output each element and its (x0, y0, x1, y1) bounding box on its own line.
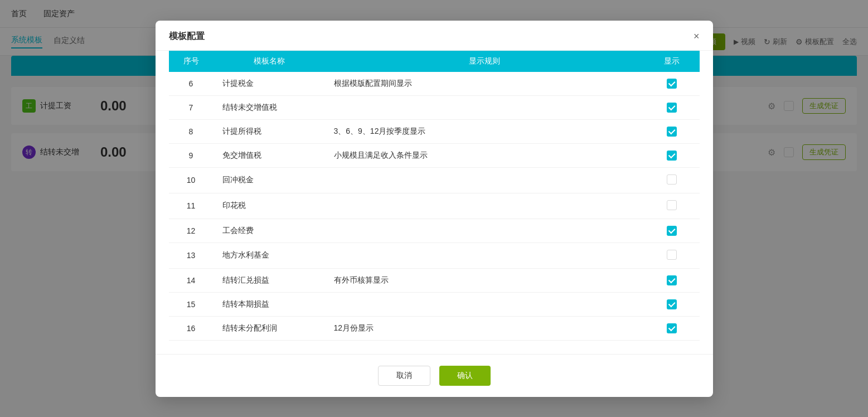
cell-index-16: 16 (169, 316, 214, 340)
modal-overlay: 模板配置 × 序号 模板名称 显示规则 显示 6计提税金根据模版配置期间显 (0, 0, 868, 417)
checkbox-8[interactable] (667, 127, 677, 137)
checkbox-16[interactable] (667, 323, 677, 333)
cell-check-15 (644, 292, 700, 316)
cell-name-8: 计提所得税 (214, 119, 325, 143)
cell-check-11 (644, 193, 700, 219)
cell-index-14: 14 (169, 268, 214, 292)
modal-title: 模板配置 (169, 31, 205, 42)
checkbox-10[interactable] (667, 174, 677, 185)
cell-name-16: 结转未分配利润 (214, 316, 325, 340)
cell-rule-15 (325, 292, 644, 316)
cell-index-8: 8 (169, 119, 214, 143)
cell-name-10: 回冲税金 (214, 167, 325, 193)
table-row: 12工会经费 (169, 219, 700, 243)
table-row: 8计提所得税3、6、9、12月按季度显示 (169, 119, 700, 143)
modal-body: 序号 模板名称 显示规则 显示 6计提税金根据模版配置期间显示7结转未交增值税8… (156, 51, 713, 354)
cell-rule-8: 3、6、9、12月按季度显示 (325, 119, 644, 143)
cell-rule-7 (325, 95, 644, 119)
cell-index-13: 13 (169, 243, 214, 268)
cell-rule-14: 有外币核算显示 (325, 268, 644, 292)
cell-index-12: 12 (169, 219, 214, 243)
cell-check-13 (644, 243, 700, 268)
cell-name-7: 结转未交增值税 (214, 95, 325, 119)
cell-index-6: 6 (169, 72, 214, 96)
modal-template-config: 模板配置 × 序号 模板名称 显示规则 显示 6计提税金根据模版配置期间显 (156, 21, 713, 397)
checkbox-9[interactable] (667, 151, 677, 161)
checkbox-13[interactable] (667, 250, 677, 260)
cell-rule-12 (325, 219, 644, 243)
checkbox-12[interactable] (667, 226, 677, 236)
cell-check-8 (644, 119, 700, 143)
checkbox-11[interactable] (667, 200, 677, 210)
cell-index-15: 15 (169, 292, 214, 316)
table-row: 6计提税金根据模版配置期间显示 (169, 72, 700, 96)
cell-check-10 (644, 167, 700, 193)
cell-index-11: 11 (169, 193, 214, 219)
cell-name-14: 结转汇兑损益 (214, 268, 325, 292)
confirm-button[interactable]: 确认 (439, 366, 491, 386)
cell-check-12 (644, 219, 700, 243)
cell-name-6: 计提税金 (214, 72, 325, 96)
cell-rule-9: 小规模且满足收入条件显示 (325, 143, 644, 167)
cell-rule-6: 根据模版配置期间显示 (325, 72, 644, 96)
cell-rule-16: 12月份显示 (325, 316, 644, 340)
cell-index-10: 10 (169, 167, 214, 193)
modal-header: 模板配置 × (156, 21, 713, 51)
checkbox-14[interactable] (667, 275, 677, 285)
checkbox-7[interactable] (667, 103, 677, 113)
cell-check-7 (644, 95, 700, 119)
modal-close-button[interactable]: × (694, 31, 700, 41)
col-header-display: 显示 (644, 51, 700, 72)
table-row: 15结转本期损益 (169, 292, 700, 316)
config-table: 序号 模板名称 显示规则 显示 6计提税金根据模版配置期间显示7结转未交增值税8… (169, 51, 700, 341)
cancel-button[interactable]: 取消 (378, 366, 430, 386)
cell-check-6 (644, 72, 700, 96)
table-body: 6计提税金根据模版配置期间显示7结转未交增值税8计提所得税3、6、9、12月按季… (169, 72, 700, 341)
col-header-index: 序号 (169, 51, 214, 72)
checkbox-6[interactable] (667, 79, 677, 89)
table-row: 7结转未交增值税 (169, 95, 700, 119)
cell-check-14 (644, 268, 700, 292)
cell-rule-11 (325, 193, 644, 219)
cell-name-11: 印花税 (214, 193, 325, 219)
checkbox-15[interactable] (667, 299, 677, 309)
cell-rule-13 (325, 243, 644, 268)
table-container[interactable]: 序号 模板名称 显示规则 显示 6计提税金根据模版配置期间显示7结转未交增值税8… (169, 51, 700, 341)
table-row: 13地方水利基金 (169, 243, 700, 268)
cell-name-9: 免交增值税 (214, 143, 325, 167)
modal-footer: 取消 确认 (156, 354, 713, 397)
col-header-rule: 显示规则 (325, 51, 644, 72)
table-row: 9免交增值税小规模且满足收入条件显示 (169, 143, 700, 167)
cell-index-9: 9 (169, 143, 214, 167)
table-row: 14结转汇兑损益有外币核算显示 (169, 268, 700, 292)
cell-name-12: 工会经费 (214, 219, 325, 243)
cell-name-13: 地方水利基金 (214, 243, 325, 268)
cell-index-7: 7 (169, 95, 214, 119)
col-header-name: 模板名称 (214, 51, 325, 72)
table-row: 16结转未分配利润12月份显示 (169, 316, 700, 340)
table-row: 10回冲税金 (169, 167, 700, 193)
cell-check-16 (644, 316, 700, 340)
table-row: 11印花税 (169, 193, 700, 219)
cell-check-9 (644, 143, 700, 167)
table-header-row: 序号 模板名称 显示规则 显示 (169, 51, 700, 72)
cell-name-15: 结转本期损益 (214, 292, 325, 316)
cell-rule-10 (325, 167, 644, 193)
